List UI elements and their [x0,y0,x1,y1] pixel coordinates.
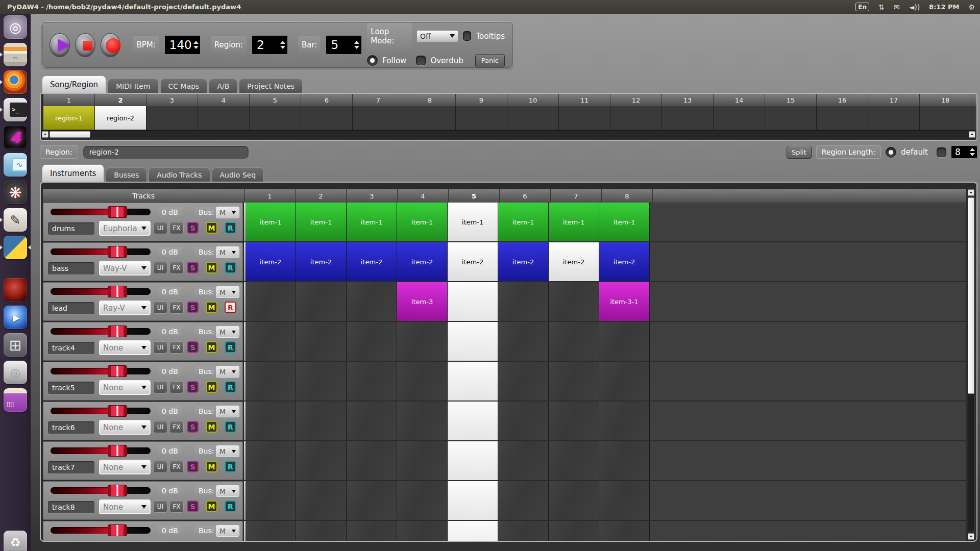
timeline-hscrollbar[interactable] [41,130,976,138]
track-name-field[interactable]: lead [47,302,95,315]
track-record-arm-button[interactable]: R [225,262,236,273]
timeline-empty-cell[interactable] [146,106,198,130]
timeline-empty-cell[interactable] [868,106,920,130]
track-bus-dropdown[interactable]: M [216,485,239,497]
track-bus-dropdown[interactable]: M [216,286,239,298]
track-name-field[interactable]: track8 [47,500,95,514]
launcher-icon-trash[interactable]: ♻ [4,531,27,551]
grid-cell[interactable] [397,441,448,480]
launcher-icon-pydaw4[interactable]: 4 [4,126,27,149]
timeline-region-region-1[interactable]: region-1 [43,106,95,130]
grid-cell[interactable] [498,441,549,480]
grid-cell[interactable] [296,441,347,480]
grid-cell[interactable] [448,441,498,480]
grid-cell[interactable] [246,362,296,400]
launcher-icon-terminal[interactable]: >_ [4,98,27,121]
grid-cell[interactable] [397,521,448,541]
session-gear-icon[interactable]: ⚙ [968,3,975,11]
launcher-icon-web-app[interactable]: ❋ [4,181,27,204]
launcher-icon-dash-home[interactable]: ◎ [4,15,27,39]
track-fx-button[interactable]: FX [169,461,184,473]
track-instrument-dropdown[interactable]: Way-V [99,261,151,276]
track-mute-button[interactable]: M [206,302,217,313]
launcher-icon-purple-app[interactable]: ▯▯ [4,388,27,412]
track-volume-slider[interactable] [51,524,151,536]
tab-a-b[interactable]: A/B [209,79,237,93]
track-instrument-dropdown[interactable]: None [99,460,151,474]
track-volume-slider[interactable] [51,405,151,417]
track-fx-button[interactable]: FX [169,341,184,354]
grid-cell[interactable] [549,441,599,480]
grid-cell[interactable] [448,402,498,440]
grid-item-item-3-1[interactable]: item-3-1 [599,282,650,321]
grid-item-item-3[interactable]: item-3 [397,282,448,321]
grid-cell[interactable] [448,481,498,520]
grid-item-item-2[interactable]: item-2 [296,242,347,281]
track-mute-button[interactable]: M [206,262,217,273]
track-solo-button[interactable]: S [187,461,199,472]
overdub-checkbox[interactable] [416,56,426,65]
grid-cell[interactable] [549,282,599,321]
timeline-empty-cell[interactable] [559,106,610,130]
play-button[interactable] [50,33,70,57]
grid-item-item-2[interactable]: item-2 [347,242,397,281]
tab-cc-maps[interactable]: CC Maps [160,79,208,93]
scroll-up-button[interactable] [968,189,974,196]
track-ui-button[interactable]: UI [153,421,167,433]
tab-instruments[interactable]: Instruments [42,164,104,182]
track-ui-button[interactable]: UI [153,341,167,354]
grid-cell[interactable] [397,481,448,520]
track-solo-button[interactable]: S [187,381,199,393]
track-instrument-dropdown[interactable]: Ray-V [99,300,151,315]
slider-handle[interactable] [108,365,127,377]
grid-cell[interactable] [498,362,549,400]
launcher-icon-media-player[interactable]: ▶ [4,306,27,329]
track-mute-button[interactable]: M [206,341,217,353]
slider-handle[interactable] [108,524,127,536]
grid-cell[interactable] [347,282,397,321]
track-volume-slider[interactable] [51,325,151,337]
grid-cell[interactable] [347,362,397,400]
grid-cell[interactable] [246,282,296,321]
track-name-field[interactable]: bass [47,262,95,275]
track-solo-button[interactable]: S [187,302,199,313]
stop-button[interactable] [75,33,95,57]
track-volume-slider[interactable] [51,365,151,377]
track-ui-button[interactable]: UI [153,381,167,393]
track-name-field[interactable]: drums [47,222,95,235]
grid-vscrollbar[interactable] [967,189,975,540]
launcher-icon-system-monitor[interactable]: ∿ [4,153,27,177]
grid-item-item-1[interactable]: item-1 [448,203,498,241]
grid-cell[interactable] [246,402,296,440]
tab-audio-tracks[interactable]: Audio Tracks [149,167,210,182]
track-record-arm-button[interactable]: R [225,421,236,433]
launcher-icon-python[interactable] [4,236,27,259]
launcher-icon-text-editor[interactable]: ✎ [4,208,27,232]
timeline-empty-cell[interactable] [714,106,765,130]
grid-cell[interactable] [397,402,448,440]
volume-icon[interactable]: ◄)) [909,3,920,11]
scroll-down-button[interactable] [968,533,974,540]
grid-cell[interactable] [347,481,397,520]
track-instrument-dropdown[interactable]: None [99,340,151,355]
scroll-right-button[interactable] [969,131,975,138]
track-record-arm-button[interactable]: R [225,461,236,472]
track-name-field[interactable]: track4 [47,341,95,355]
grid-item-item-1[interactable]: item-1 [498,203,549,241]
grid-item-item-1[interactable]: item-1 [397,203,448,241]
track-mute-button[interactable]: M [206,500,217,512]
track-solo-button[interactable]: S [187,500,199,512]
track-volume-slider[interactable] [51,206,151,218]
grid-cell[interactable] [347,441,397,480]
grid-cell[interactable] [296,282,347,321]
grid-cell[interactable] [498,521,549,541]
track-fx-button[interactable]: FX [169,262,184,274]
keyboard-layout-indicator[interactable]: En [855,3,869,11]
slider-handle[interactable] [108,405,127,417]
track-record-arm-button[interactable]: R [225,302,236,313]
grid-cell[interactable] [448,282,498,321]
timeline-empty-cell[interactable] [662,106,714,130]
track-fx-button[interactable]: FX [169,500,184,513]
track-fx-button[interactable]: FX [169,421,184,433]
loop-mode-dropdown[interactable]: Off [416,30,458,42]
